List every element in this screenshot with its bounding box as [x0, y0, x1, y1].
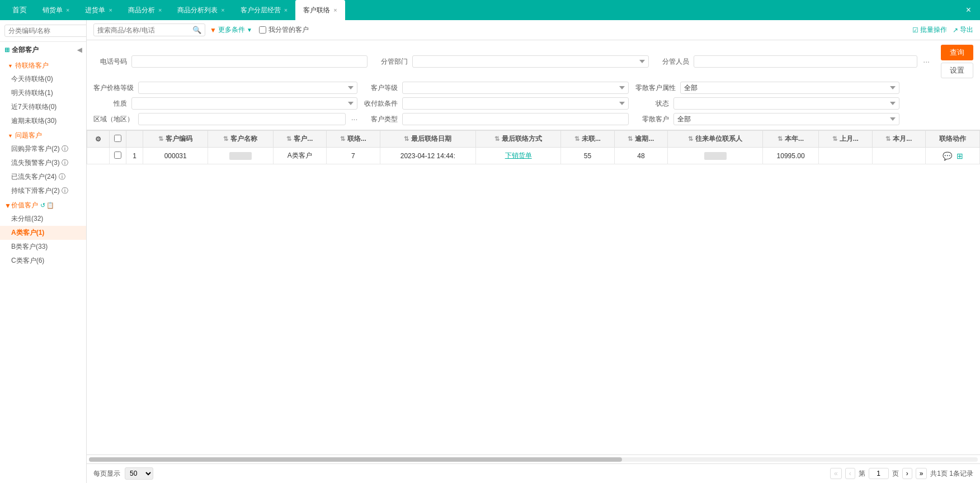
batch-operations-btn[interactable]: ☑ 批量操作 [912, 25, 947, 35]
customer-table: ⚙ 客户编码 客户名称 客户... 联络... 最后联络日期 最后联络方式 未联… [87, 130, 980, 164]
close-all-tabs[interactable]: × [962, 5, 976, 15]
sparse-attr-select[interactable]: 全部 [680, 82, 899, 94]
toolbar-search-input[interactable] [97, 26, 192, 34]
sparse-customer-select[interactable]: 全部 [673, 113, 899, 125]
sidebar-item-7days-contact[interactable]: 近7天待联络(0) [0, 100, 86, 114]
pending-contact-header[interactable]: ▼ 待联络客户 [0, 58, 86, 72]
col-unit-contact[interactable]: 往来单位联系人 [668, 131, 763, 148]
col-last-month[interactable]: 上月... [819, 131, 872, 148]
horizontal-scrollbar[interactable] [87, 454, 980, 463]
all-customers-label: 全部客户 [12, 45, 39, 55]
cell-year-sales: 10995.00 [763, 148, 819, 164]
settings-btn[interactable]: 设置 [941, 63, 973, 78]
query-btn[interactable]: 查询 [941, 45, 973, 60]
col-contact-count[interactable]: 联络... [327, 131, 380, 148]
col-name[interactable]: 客户名称 [208, 131, 273, 148]
payment-select[interactable] [402, 97, 628, 110]
total-label: 共1页 1条记录 [930, 469, 973, 479]
customer-type-input[interactable] [402, 113, 628, 125]
problem-customers-header[interactable]: ▼ 问题客户 [0, 128, 86, 142]
page-number-input[interactable] [869, 468, 889, 479]
nav-product-analysis-list[interactable]: 商品分析列表 × [169, 0, 232, 20]
col-last-method[interactable]: 最后联络方式 [476, 131, 561, 148]
col-uncontacted[interactable]: 未联... [561, 131, 614, 148]
collapse-icon[interactable]: ◀ [77, 46, 82, 54]
sidebar-item-class-c[interactable]: C类客户(6) [0, 254, 86, 268]
region-input[interactable] [138, 113, 346, 125]
sidebar-item-declining[interactable]: 持续下滑客户(2) ⓘ [0, 184, 86, 198]
my-customers-checkbox[interactable]: 我分管的客户 [259, 25, 309, 35]
sidebar-item-class-b[interactable]: B类客户(33) [0, 240, 86, 254]
close-product-analysis-list[interactable]: × [221, 7, 224, 13]
sidebar-item-churn-warning[interactable]: 流失预警客户(3) ⓘ [0, 156, 86, 170]
next-page-btn[interactable]: › [902, 468, 912, 479]
refresh-icon[interactable]: ↺ [40, 202, 45, 209]
sidebar-item-churned[interactable]: 已流失客户(24) ⓘ [0, 170, 86, 184]
nav-purchase-order[interactable]: 进货单 × [77, 0, 120, 20]
col-year-sales[interactable]: 本年... [763, 131, 819, 148]
per-page-select[interactable]: 50 20 100 [125, 467, 153, 480]
price-level-select[interactable] [138, 82, 357, 94]
col-overdue[interactable]: 逾期... [614, 131, 667, 148]
sidebar-search-input[interactable] [4, 25, 87, 37]
cell-last-month [819, 148, 872, 164]
region-dots[interactable]: ··· [351, 115, 358, 124]
phone-label: 电话号码 [93, 57, 127, 67]
select-all-checkbox[interactable] [114, 135, 121, 142]
triangle-down-icon2: ▼ [8, 133, 13, 139]
nav-home[interactable]: 首页 [4, 0, 35, 20]
sidebar-item-today-contact[interactable]: 今天待联络(0) [0, 72, 86, 86]
sidebar-item-overdue-contact[interactable]: 逾期未联络(30) [0, 114, 86, 128]
cell-actions: 💬 ⊞ [926, 148, 980, 164]
last-method-link[interactable]: 下销货单 [505, 151, 532, 159]
nav-customer-contact[interactable]: 客户联络 × [295, 0, 345, 20]
export-btn[interactable]: ↗ 导出 [953, 25, 973, 35]
scroll-thumb[interactable] [89, 457, 622, 462]
nav-sales-order[interactable]: 销货单 × [35, 0, 77, 20]
toolbar: 🔍 ▼ 更多条件 ▼ 我分管的客户 ☑ 批量操作 ↗ 导出 [87, 20, 980, 40]
nature-select[interactable] [131, 97, 357, 110]
sidebar-item-tomorrow-contact[interactable]: 明天待联络(1) [0, 86, 86, 100]
cell-checkbox [110, 148, 126, 164]
close-purchase-order[interactable]: × [109, 7, 112, 13]
footer-right: « ‹ 第 页 › » 共1页 1条记录 [830, 468, 973, 479]
dept-select[interactable] [412, 55, 648, 68]
close-sales-order[interactable]: × [66, 7, 69, 13]
toolbar-search-icon[interactable]: 🔍 [192, 26, 201, 34]
sidebar-item-unclassified[interactable]: 未分组(32) [0, 212, 86, 226]
my-customers-check[interactable] [259, 26, 266, 34]
prev-page-btn[interactable]: ‹ [845, 468, 855, 479]
grid-action-icon[interactable]: ⊞ [957, 151, 963, 160]
col-level[interactable]: 客户... [273, 131, 326, 148]
nav-product-analysis[interactable]: 商品分析 × [120, 0, 169, 20]
cell-last-method: 下销货单 [476, 148, 561, 164]
filter-price-level: 客户价格等级 [93, 82, 364, 94]
settings-col-icon[interactable]: ⚙ [95, 135, 101, 143]
status-select[interactable] [673, 97, 899, 110]
close-product-analysis[interactable]: × [158, 7, 162, 13]
sidebar-item-repurchase-abnormal[interactable]: 回购异常客户(2) ⓘ [0, 142, 86, 156]
phone-input[interactable] [131, 55, 368, 68]
nav-customer-tiered[interactable]: 客户分层经营 × [233, 0, 295, 20]
value-customers-header[interactable]: ▼ 价值客户 ↺ 📋 [0, 198, 86, 212]
row-checkbox[interactable] [114, 151, 121, 159]
col-this-month[interactable]: 本月... [872, 131, 925, 148]
close-customer-contact[interactable]: × [333, 7, 337, 13]
last-page-btn[interactable]: » [916, 468, 927, 479]
manager-input[interactable] [694, 55, 918, 68]
col-settings[interactable]: ⚙ [87, 131, 110, 148]
manager-dots[interactable]: ··· [923, 57, 930, 66]
action-icons-group: 💬 ⊞ [930, 151, 975, 160]
filter-icon: ▼ [210, 26, 216, 34]
add-group-icon[interactable]: 📋 [46, 202, 54, 209]
more-filter-btn[interactable]: ▼ 更多条件 ▼ [210, 25, 252, 35]
close-customer-tiered[interactable]: × [284, 7, 288, 13]
first-page-btn[interactable]: « [830, 468, 842, 479]
customer-level-select[interactable] [402, 82, 628, 94]
sidebar-item-class-a[interactable]: A类客户(1) [0, 226, 86, 240]
col-last-date[interactable]: 最后联络日期 [380, 131, 476, 148]
all-customers-header[interactable]: ⊞ 全部客户 ◀ [0, 42, 86, 58]
col-code[interactable]: 客户编码 [143, 131, 208, 148]
chat-icon[interactable]: 💬 [943, 151, 952, 160]
filter-manager: 分管人员 ··· [656, 55, 936, 68]
